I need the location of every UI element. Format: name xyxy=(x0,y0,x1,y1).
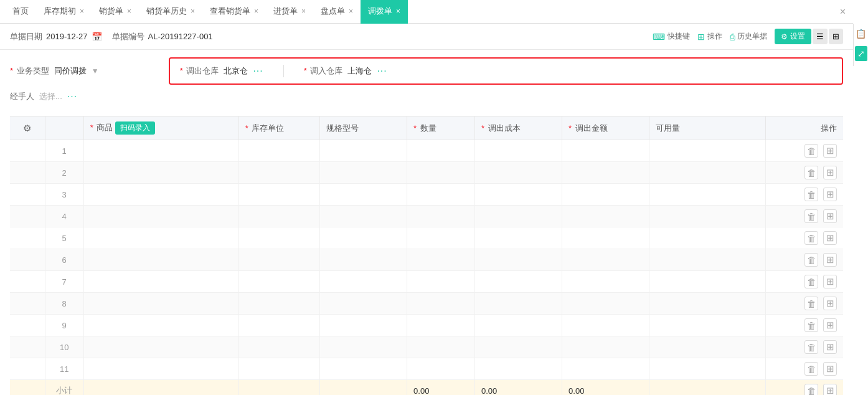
table-gear-icon[interactable]: ⚙ xyxy=(23,123,31,133)
row-product-cell[interactable] xyxy=(83,271,238,293)
row-product-cell[interactable] xyxy=(83,206,238,227)
close-all-tabs[interactable]: × xyxy=(837,4,848,20)
row-unit-cell[interactable] xyxy=(238,206,319,227)
row-product-cell[interactable] xyxy=(83,315,238,336)
copy-row-btn[interactable]: ⊞ xyxy=(823,275,837,288)
tab-close-transfer[interactable]: × xyxy=(396,7,400,16)
delete-row-btn[interactable]: 🗑 xyxy=(804,144,818,158)
row-spec-cell[interactable] xyxy=(320,184,407,206)
row-amount-cell[interactable] xyxy=(562,336,649,358)
row-unit-cell[interactable] xyxy=(238,336,319,358)
row-spec-cell[interactable] xyxy=(320,206,407,227)
row-cost-cell[interactable] xyxy=(475,315,562,336)
row-qty-cell[interactable] xyxy=(407,162,475,184)
row-unit-cell[interactable] xyxy=(238,249,319,271)
tab-close-inventory-init[interactable]: × xyxy=(80,7,84,16)
row-product-cell[interactable] xyxy=(83,184,238,206)
shortcut-key-btn[interactable]: ⌨ 快捷键 xyxy=(653,31,690,42)
copy-row-btn[interactable]: ⊞ xyxy=(823,362,837,376)
layout-btn-2[interactable]: ⊞ xyxy=(829,29,843,44)
row-cost-cell[interactable] xyxy=(475,140,562,162)
copy-row-btn[interactable]: ⊞ xyxy=(823,166,837,179)
row-amount-cell[interactable] xyxy=(562,206,649,227)
row-cost-cell[interactable] xyxy=(475,336,562,358)
row-spec-cell[interactable] xyxy=(320,162,407,184)
delete-row-btn[interactable]: 🗑 xyxy=(804,275,818,288)
out-warehouse-more-btn[interactable]: ··· xyxy=(253,65,263,77)
copy-row-btn[interactable]: ⊞ xyxy=(823,340,837,354)
copy-row-btn[interactable]: ⊞ xyxy=(823,297,837,310)
row-amount-cell[interactable] xyxy=(562,184,649,206)
row-amount-cell[interactable] xyxy=(562,249,649,271)
row-amount-cell[interactable] xyxy=(562,315,649,336)
subtotal-copy-btn[interactable]: ⊞ xyxy=(823,384,837,395)
delete-row-btn[interactable]: 🗑 xyxy=(804,209,818,223)
delete-row-btn[interactable]: 🗑 xyxy=(804,166,818,179)
row-amount-cell[interactable] xyxy=(562,227,649,249)
tab-sales-history[interactable]: 销货单历史 × xyxy=(139,0,202,24)
tab-view-sales[interactable]: 查看销货单 × xyxy=(202,0,266,24)
row-amount-cell[interactable] xyxy=(562,162,649,184)
row-cost-cell[interactable] xyxy=(475,162,562,184)
row-spec-cell[interactable] xyxy=(320,336,407,358)
row-qty-cell[interactable] xyxy=(407,271,475,293)
row-amount-cell[interactable] xyxy=(562,358,649,380)
row-cost-cell[interactable] xyxy=(475,271,562,293)
row-unit-cell[interactable] xyxy=(238,358,319,380)
history-doc-btn[interactable]: ⎙ 历史单据 xyxy=(730,31,767,42)
sidebar-expand-icon[interactable]: ⤢ xyxy=(855,46,867,61)
row-product-cell[interactable] xyxy=(83,227,238,249)
row-qty-cell[interactable] xyxy=(407,140,475,162)
row-unit-cell[interactable] xyxy=(238,162,319,184)
row-qty-cell[interactable] xyxy=(407,227,475,249)
tab-close-purchase-order[interactable]: × xyxy=(301,7,306,16)
delete-row-btn[interactable]: 🗑 xyxy=(804,188,818,201)
tab-close-sales-history[interactable]: × xyxy=(191,7,195,16)
row-unit-cell[interactable] xyxy=(238,315,319,336)
tab-inventory-init[interactable]: 库存期初 × xyxy=(36,0,92,24)
row-spec-cell[interactable] xyxy=(320,227,407,249)
setting-btn[interactable]: ⚙ 设置 xyxy=(775,29,811,44)
row-qty-cell[interactable] xyxy=(407,358,475,380)
row-unit-cell[interactable] xyxy=(238,293,319,315)
sidebar-doc-icon[interactable]: 📋 xyxy=(856,29,866,39)
row-amount-cell[interactable] xyxy=(562,271,649,293)
row-spec-cell[interactable] xyxy=(320,315,407,336)
tab-purchase-order[interactable]: 进货单 × xyxy=(266,0,313,24)
row-product-cell[interactable] xyxy=(83,293,238,315)
row-cost-cell[interactable] xyxy=(475,184,562,206)
biz-type-select[interactable]: 同价调拨 ▼ xyxy=(54,65,154,77)
copy-row-btn[interactable]: ⊞ xyxy=(823,209,837,223)
row-spec-cell[interactable] xyxy=(320,249,407,271)
row-qty-cell[interactable] xyxy=(407,206,475,227)
tab-transfer[interactable]: 调拨单 × xyxy=(361,0,408,24)
row-cost-cell[interactable] xyxy=(475,293,562,315)
copy-row-btn[interactable]: ⊞ xyxy=(823,231,837,245)
tab-home[interactable]: 首页 xyxy=(5,0,36,24)
copy-row-btn[interactable]: ⊞ xyxy=(823,253,837,267)
row-unit-cell[interactable] xyxy=(238,227,319,249)
row-unit-cell[interactable] xyxy=(238,184,319,206)
row-cost-cell[interactable] xyxy=(475,227,562,249)
row-product-cell[interactable] xyxy=(83,336,238,358)
tab-close-view-sales[interactable]: × xyxy=(254,7,258,16)
tab-sales-order[interactable]: 销货单 × xyxy=(92,0,139,24)
row-qty-cell[interactable] xyxy=(407,293,475,315)
row-amount-cell[interactable] xyxy=(562,293,649,315)
calendar-icon[interactable]: 📅 xyxy=(92,32,102,42)
row-product-cell[interactable] xyxy=(83,162,238,184)
tab-stock-check[interactable]: 盘点单 × xyxy=(313,0,361,24)
operations-btn[interactable]: ⊞ 操作 xyxy=(697,31,722,42)
scan-entry-btn[interactable]: 扫码录入 xyxy=(115,121,155,135)
row-qty-cell[interactable] xyxy=(407,315,475,336)
row-spec-cell[interactable] xyxy=(320,358,407,380)
tab-close-sales-order[interactable]: × xyxy=(127,7,131,16)
delete-row-btn[interactable]: 🗑 xyxy=(804,362,818,376)
row-spec-cell[interactable] xyxy=(320,271,407,293)
row-cost-cell[interactable] xyxy=(475,206,562,227)
delete-row-btn[interactable]: 🗑 xyxy=(804,297,818,310)
row-spec-cell[interactable] xyxy=(320,293,407,315)
layout-btn-1[interactable]: ☰ xyxy=(813,29,828,44)
row-unit-cell[interactable] xyxy=(238,271,319,293)
row-product-cell[interactable] xyxy=(83,358,238,380)
